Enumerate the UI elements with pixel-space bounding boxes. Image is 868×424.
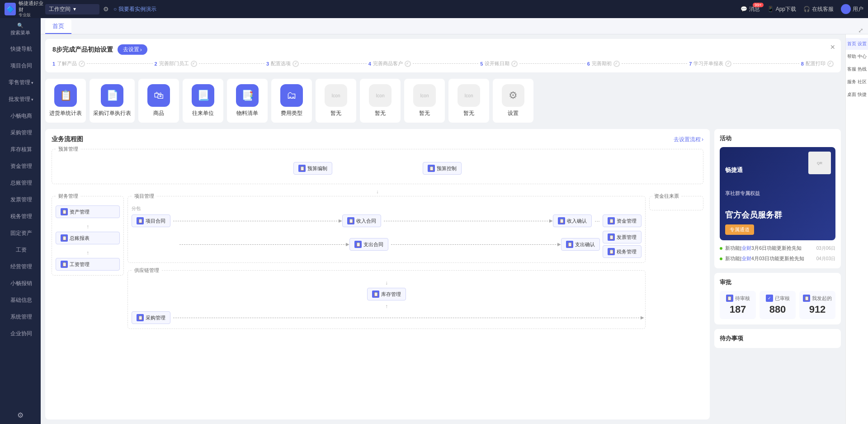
step-1[interactable]: 1 了解产品 ✓: [52, 60, 85, 67]
avatar: [841, 4, 851, 14]
flow-node-income-confirm[interactable]: 📋 收入确认: [553, 214, 592, 227]
demo-link[interactable]: ○ 我要看实例演示: [113, 5, 156, 13]
flow-dashed-arrow: [179, 244, 347, 245]
right-sidebar-help[interactable]: 帮助 中心: [846, 51, 868, 62]
header-settings-icon[interactable]: ⚙: [103, 5, 109, 13]
quick-icon-2[interactable]: 🛍 商品: [138, 79, 179, 123]
activity-title: 活动: [720, 134, 835, 143]
right-sidebar-home-settings[interactable]: 首页 设置: [846, 38, 868, 50]
logo-text: 畅捷通好业财 专业版: [19, 0, 45, 17]
right-sidebar-community[interactable]: 服务 社区: [846, 76, 868, 88]
close-button[interactable]: ✕: [830, 43, 835, 51]
approval-stat-done[interactable]: ✓ 已审核 880: [760, 291, 796, 319]
sidebar-item-system[interactable]: 系统管理: [0, 309, 41, 325]
flow-node-expense-confirm[interactable]: 📋 支出确认: [561, 238, 600, 251]
step-8[interactable]: 8 配置打印 ✓: [801, 60, 834, 67]
flow-node-tax[interactable]: 📋 税务管理: [603, 245, 642, 258]
step-4[interactable]: 4 完善商品客户 ✓: [368, 60, 411, 67]
quick-icon-1[interactable]: 📄 采购订单执行表: [90, 79, 135, 123]
message-button[interactable]: 💬 消息 99+: [741, 5, 760, 13]
flow-node-budget-manage[interactable]: 📋 预算控制: [423, 162, 462, 175]
approval-stat-pending[interactable]: 📋 待审核 187: [720, 291, 756, 319]
quick-icon-5[interactable]: 🗂 费用类型: [271, 79, 312, 123]
sidebar-item-invoice[interactable]: 发票管理: [0, 191, 41, 208]
quick-icon-8[interactable]: Icon 暂无: [404, 79, 445, 123]
node-icon: 📋: [61, 234, 68, 242]
flow-node-asset[interactable]: 📋 资产管理: [56, 205, 120, 218]
chevron-right-icon: ›: [140, 47, 142, 53]
search-menu[interactable]: 🔍 搜索菜单: [0, 18, 41, 41]
headset-icon: 🎧: [803, 6, 810, 12]
flow-node-budget-control[interactable]: 📋 预算编制: [293, 162, 332, 175]
right-sidebar-hotline[interactable]: 客服 热线: [846, 63, 868, 75]
right-sidebar-desktop[interactable]: 桌面 快捷: [846, 89, 868, 100]
sidebar-item-wholesale[interactable]: 批发管理 ▾: [0, 91, 41, 108]
notice-dot-icon: [720, 247, 722, 250]
sidebar-item-ledger[interactable]: 总账管理: [0, 175, 41, 191]
sidebar-item-inventory[interactable]: 库存核算: [0, 141, 41, 158]
quick-icon-3[interactable]: 📃 往来单位: [183, 79, 223, 123]
flow-chart-action[interactable]: 去设置流程 ›: [674, 136, 703, 143]
expand-icon[interactable]: ⤢: [858, 27, 863, 34]
step-divider: [622, 63, 687, 64]
setup-title: 8步完成产品初始设置: [52, 46, 113, 54]
sidebar-item-capital[interactable]: 资金管理: [0, 158, 41, 175]
go-settings-button[interactable]: 去设置 ›: [118, 44, 147, 55]
user-avatar[interactable]: 用户: [841, 4, 863, 14]
step-check-icon: ✓: [511, 61, 518, 67]
sidebar-item-purchase[interactable]: 采购管理: [0, 124, 41, 141]
step-7[interactable]: 7 学习开单报表 ✓: [689, 60, 731, 67]
flow-dashed-arrow: [173, 221, 340, 221]
sidebar-item-enterprise[interactable]: 企业协同: [0, 325, 41, 342]
flow-node-project-contract[interactable]: 📋 项目合同: [132, 214, 170, 227]
flow-node-expense-contract[interactable]: 📋 支出合同: [349, 238, 388, 251]
flow-node-income-contract[interactable]: 📋 收入合同: [342, 214, 381, 227]
sidebar-item-basic[interactable]: 基础信息: [0, 292, 41, 309]
sidebar-item-salary[interactable]: 工资: [0, 242, 41, 258]
approval-num-1: 880: [762, 304, 793, 315]
flow-node-capital-manage[interactable]: 📋 资金管理: [603, 214, 642, 227]
step-check-icon: ✓: [405, 61, 411, 67]
flow-node-purchase[interactable]: 📋 采购管理: [132, 311, 170, 324]
approval-stat-mine[interactable]: 📋 我发起的 912: [799, 291, 835, 319]
banner-button[interactable]: 专属通道: [725, 224, 754, 235]
flow-node-salary[interactable]: 📋 工资管理: [56, 258, 120, 271]
step-6[interactable]: 6 完善期初 ✓: [587, 60, 620, 67]
step-3[interactable]: 3 配置选项 ✓: [266, 60, 299, 67]
quick-icon-0[interactable]: 📋 进货单统计表: [45, 79, 86, 123]
activity-notices: 新功能|业财3月6日功能更新抢先知 03月06日 新功能|业财4月03日功能更新…: [720, 244, 835, 263]
approval-num-0: 187: [722, 304, 753, 315]
sidebar-item-expense[interactable]: 小畅报销: [0, 275, 41, 292]
approval-icon-2: 📋: [803, 295, 810, 302]
quick-icons-row: 📋 进货单统计表 📄 采购订单执行表 🛍 商品 📃 往来单位: [45, 77, 841, 124]
flow-node-invoice[interactable]: 📋 发票管理: [603, 231, 642, 243]
flow-dashed-arrow: [384, 221, 550, 221]
sidebar-item-fixed-assets[interactable]: 固定资产: [0, 225, 41, 242]
flow-section-supply: 供应链管理 ↓ 📋 库存管理: [127, 270, 646, 329]
sidebar-settings-icon[interactable]: ⚙: [13, 406, 28, 424]
sidebar-item-project[interactable]: 项目合同: [0, 57, 41, 74]
step-divider: [87, 63, 152, 64]
online-service-button[interactable]: 🎧 在线客服: [803, 5, 834, 13]
quick-icon-9[interactable]: Icon 暂无: [448, 79, 489, 123]
quick-icon-10[interactable]: ⚙ 设置: [493, 79, 533, 123]
sidebar-item-ecommerce[interactable]: 小畅电商: [0, 108, 41, 124]
flow-node-ledger[interactable]: 📋 总账报表: [56, 232, 120, 244]
sidebar-item-retail[interactable]: 零售管理 ▾: [0, 74, 41, 91]
sidebar-item-kuaijie[interactable]: 快捷导航: [0, 41, 41, 57]
chevron-down-icon: ▾: [31, 97, 33, 102]
qr-code: QR: [808, 152, 831, 174]
sidebar-item-tax[interactable]: 税务管理: [0, 208, 41, 225]
pending-title: 待办事项: [720, 334, 835, 343]
approval-icon-1: ✓: [766, 295, 773, 302]
step-5[interactable]: 5 设开账日期 ✓: [480, 60, 518, 67]
step-2[interactable]: 2 完善部门员工 ✓: [155, 60, 197, 67]
app-download-button[interactable]: 📱 App下载: [767, 5, 796, 13]
quick-icon-4[interactable]: 📑 物料清单: [227, 79, 268, 123]
tab-home[interactable]: 首页: [45, 19, 71, 34]
flow-node-inventory[interactable]: 📋 库存管理: [367, 288, 406, 300]
sidebar-item-operations[interactable]: 经营管理: [0, 258, 41, 275]
workspace-selector[interactable]: 工作空间 ▾: [45, 4, 99, 14]
quick-icon-6[interactable]: Icon 暂无: [316, 79, 356, 123]
quick-icon-7[interactable]: Icon 暂无: [360, 79, 401, 123]
